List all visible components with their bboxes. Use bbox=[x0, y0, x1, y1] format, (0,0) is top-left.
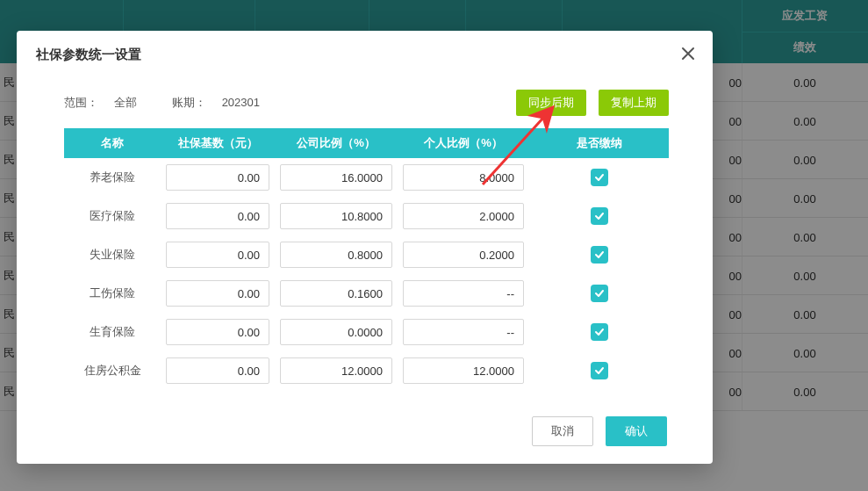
row-name: 生育保险 bbox=[64, 324, 161, 340]
base-input[interactable] bbox=[166, 203, 269, 229]
personal-rate-input[interactable] bbox=[403, 164, 524, 191]
base-input[interactable] bbox=[166, 357, 269, 384]
check-icon bbox=[594, 249, 605, 260]
cancel-button[interactable]: 取消 bbox=[532, 416, 593, 446]
base-input[interactable] bbox=[166, 319, 269, 345]
check-icon bbox=[594, 211, 605, 221]
table-row: 医疗保险 bbox=[64, 197, 669, 235]
table-row: 生育保险 bbox=[64, 313, 669, 351]
pay-checkbox[interactable] bbox=[591, 323, 608, 341]
row-name: 养老保险 bbox=[64, 170, 161, 185]
base-input[interactable] bbox=[166, 280, 269, 307]
period-value: 202301 bbox=[222, 96, 260, 109]
company-rate-input[interactable] bbox=[280, 203, 392, 229]
scope-info: 范围：全部 账期：202301 bbox=[64, 95, 291, 111]
check-icon bbox=[594, 172, 605, 183]
table-row: 失业保险 bbox=[64, 235, 669, 274]
col-personal: 个人比例（%） bbox=[398, 135, 529, 151]
table-row: 住房公积金 bbox=[64, 351, 669, 390]
scope-value: 全部 bbox=[114, 96, 137, 109]
personal-rate-input[interactable] bbox=[403, 242, 524, 268]
table-header: 名称 社保基数（元） 公司比例（%） 个人比例（%） 是否缴纳 bbox=[64, 128, 669, 158]
company-rate-input[interactable] bbox=[280, 164, 392, 191]
col-name: 名称 bbox=[64, 135, 161, 151]
row-name: 医疗保险 bbox=[64, 208, 161, 224]
company-rate-input[interactable] bbox=[280, 319, 392, 345]
pay-checkbox[interactable] bbox=[591, 246, 608, 264]
personal-rate-input[interactable] bbox=[403, 319, 524, 345]
base-input[interactable] bbox=[166, 242, 269, 268]
col-base: 社保基数（元） bbox=[161, 135, 275, 151]
company-rate-input[interactable] bbox=[280, 280, 392, 307]
scope-label: 范围： bbox=[64, 96, 98, 109]
check-icon bbox=[594, 288, 605, 299]
personal-rate-input[interactable] bbox=[403, 203, 524, 229]
col-pay: 是否缴纳 bbox=[529, 135, 669, 151]
check-icon bbox=[594, 327, 605, 337]
modal-title: 社保参数统一设置 bbox=[36, 47, 693, 63]
pay-checkbox[interactable] bbox=[591, 362, 608, 379]
table-row: 工伤保险 bbox=[64, 274, 669, 313]
social-insurance-settings-modal: 社保参数统一设置 范围：全部 账期：202301 同步后期 复制上期 名称 社保… bbox=[17, 31, 713, 464]
row-name: 失业保险 bbox=[64, 247, 161, 263]
col-company: 公司比例（%） bbox=[275, 135, 398, 151]
pay-checkbox[interactable] bbox=[591, 285, 608, 302]
insurance-table: 名称 社保基数（元） 公司比例（%） 个人比例（%） 是否缴纳 养老保险医疗保险… bbox=[64, 128, 669, 390]
row-name: 住房公积金 bbox=[64, 363, 161, 379]
sync-later-button[interactable]: 同步后期 bbox=[516, 90, 586, 116]
close-icon bbox=[681, 47, 695, 61]
table-row: 养老保险 bbox=[64, 158, 669, 197]
personal-rate-input[interactable] bbox=[403, 357, 524, 384]
pay-checkbox[interactable] bbox=[591, 207, 608, 225]
check-icon bbox=[594, 365, 605, 376]
confirm-button[interactable]: 确认 bbox=[606, 416, 667, 446]
base-input[interactable] bbox=[166, 164, 269, 191]
pay-checkbox[interactable] bbox=[591, 169, 608, 186]
personal-rate-input[interactable] bbox=[403, 280, 524, 307]
company-rate-input[interactable] bbox=[280, 242, 392, 268]
company-rate-input[interactable] bbox=[280, 357, 392, 384]
close-button[interactable] bbox=[678, 43, 699, 64]
copy-previous-button[interactable]: 复制上期 bbox=[599, 90, 669, 116]
period-label: 账期： bbox=[172, 96, 206, 109]
row-name: 工伤保险 bbox=[64, 285, 161, 301]
